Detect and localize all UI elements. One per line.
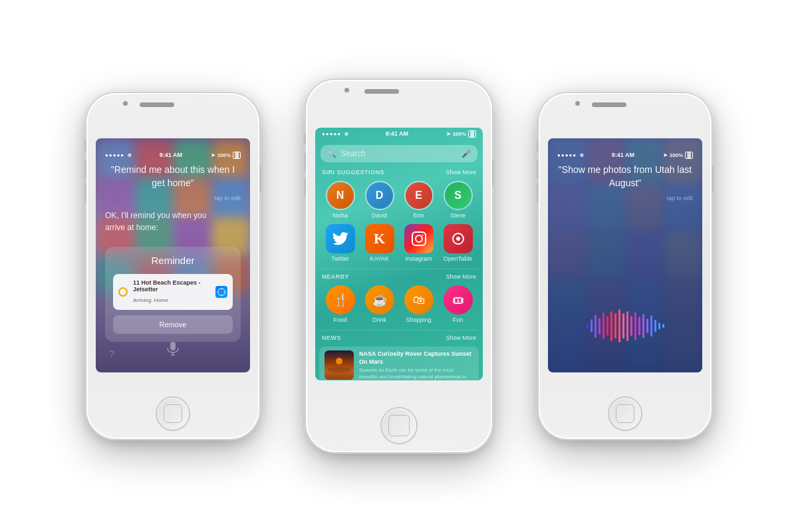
volume-up-button xyxy=(84,160,86,178)
svg-point-10 xyxy=(416,235,422,242)
search-icon-center: 🔍 xyxy=(327,150,336,158)
tap-edit-left: tap to edit xyxy=(105,195,241,201)
nearby-shopping[interactable]: 🛍 Shopping xyxy=(404,285,434,323)
app-twitter[interactable]: Twitter xyxy=(326,224,355,262)
camera-center xyxy=(344,88,349,92)
nearby-name-shopping: Shopping xyxy=(406,317,431,323)
contact-steve[interactable]: S Steve xyxy=(444,181,473,219)
app-opentable[interactable]: OpenTable xyxy=(444,224,473,262)
avatar-david: D xyxy=(365,181,394,210)
iphone-left: ●●●●● ⌾ 9:41 AM ➤ 100% ▓ "Remind me abou… xyxy=(86,93,259,439)
siri-left-content: ●●●●● ⌾ 9:41 AM ➤ 100% ▓ "Remind me abou… xyxy=(96,138,250,372)
drink-icon: ☕ xyxy=(365,285,394,315)
nearby-name-food: Food xyxy=(333,317,347,323)
contact-david[interactable]: D David xyxy=(365,181,394,219)
app-name-opentable: OpenTable xyxy=(444,255,473,262)
screen-center: ●●●●● ⌾ 9:41 AM ➤ 100% ▓ 🔍 Search 🎤 xyxy=(315,128,483,380)
app-name-instagram: Instagram xyxy=(405,255,432,262)
reminder-item-title: 11 Hot Beach Escapes - Jetsetter xyxy=(133,279,210,293)
nearby-title: NEARBY xyxy=(322,273,349,280)
contacts-row: N Nisha D David E Erin xyxy=(315,181,483,224)
signal-left: ●●●●● xyxy=(105,152,124,158)
battery-center: ▓ xyxy=(468,130,476,138)
signal-center: ●●●●● xyxy=(322,131,341,137)
battery-pct-center: 100% xyxy=(453,131,466,137)
power-button xyxy=(259,166,261,192)
contact-nisha[interactable]: N Nisha xyxy=(326,181,355,219)
svg-rect-6 xyxy=(170,342,176,350)
siri-waveform-right xyxy=(548,306,702,346)
news-item-1[interactable]: NASA Curiosity Rover Captures Sunset On … xyxy=(319,346,479,380)
question-mark-left: ? xyxy=(109,348,114,359)
suggestions-header: SIRI SUGGESTIONS Show More xyxy=(315,166,483,178)
silent-switch xyxy=(84,140,86,152)
home-button-left[interactable] xyxy=(157,398,189,430)
location-left: ➤ xyxy=(211,152,215,158)
reminder-item: 11 Hot Beach Escapes - Jetsetter Arrivin… xyxy=(113,274,233,310)
app-instagram[interactable]: Instagram xyxy=(404,224,434,262)
home-button-right[interactable] xyxy=(609,398,641,430)
kayak-icon: K xyxy=(365,224,394,253)
nearby-show-more[interactable]: Show More xyxy=(446,273,476,280)
vol-down-center xyxy=(304,178,306,197)
time-center: 9:41 AM xyxy=(386,130,408,137)
news-desc-1: Sunsets on Earth can be some of the most… xyxy=(359,367,473,380)
divider-2 xyxy=(321,330,477,331)
news-title-1: NASA Curiosity Rover Captures Sunset On … xyxy=(359,350,473,366)
contact-erin[interactable]: E Erin xyxy=(404,181,434,219)
reminder-text: 11 Hot Beach Escapes - Jetsetter Arrivin… xyxy=(133,279,210,305)
volume-down-button xyxy=(84,184,86,202)
apps-row: Twitter K KAYAK Instagram xyxy=(315,224,483,267)
home-button-center[interactable] xyxy=(382,408,416,443)
svg-rect-14 xyxy=(325,350,354,380)
news-show-more[interactable]: Show More xyxy=(446,334,476,341)
instagram-icon xyxy=(404,224,434,253)
contact-name-erin: Erin xyxy=(413,212,424,219)
svg-point-13 xyxy=(456,237,460,241)
app-kayak[interactable]: K KAYAK xyxy=(365,224,394,262)
contact-name-steve: Steve xyxy=(450,212,466,219)
vol-up-right xyxy=(537,160,539,178)
app-name-kayak: KAYAK xyxy=(370,255,389,262)
search-text-center: Search xyxy=(340,149,458,158)
avatar-nisha: N xyxy=(326,181,355,210)
screen-right-content: ●●●●● ⌾ 9:41 AM ➤ 100% ▓ "Show me photos… xyxy=(548,138,702,372)
iphone-right: ●●●●● ⌾ 9:41 AM ➤ 100% ▓ "Show me photos… xyxy=(539,93,712,439)
suggestions-title: SIRI SUGGESTIONS xyxy=(322,169,384,176)
food-icon: 🍴 xyxy=(326,285,355,315)
contact-name-nisha: Nisha xyxy=(332,212,348,219)
screen-right: ●●●●● ⌾ 9:41 AM ➤ 100% ▓ "Show me photos… xyxy=(548,138,702,372)
home-button-inner-center xyxy=(388,415,409,436)
avatar-inner-steve: S xyxy=(445,182,471,209)
reminder-item-subtitle: Arriving: Home xyxy=(133,297,168,303)
remove-button[interactable]: Remove xyxy=(113,315,233,334)
svg-rect-9 xyxy=(412,232,426,245)
news-content-1: NASA Curiosity Rover Captures Sunset On … xyxy=(359,350,473,380)
avatar-erin: E xyxy=(404,181,434,210)
siri-quote-left: "Remind me about this when I get home" xyxy=(105,164,241,190)
battery-pct-left: 100% xyxy=(217,152,231,158)
wifi-right: ⌾ xyxy=(580,152,583,158)
nearby-drink[interactable]: ☕ Drink xyxy=(365,285,394,323)
speaker-right xyxy=(592,102,626,107)
nearby-fun[interactable]: 🎟 Fun xyxy=(444,285,473,323)
wifi-left: ⌾ xyxy=(128,152,131,158)
iphone-top-bar-left xyxy=(86,93,259,114)
contact-name-david: David xyxy=(372,212,387,219)
tap-edit-right: tap to edit xyxy=(557,195,693,201)
battery-right: ▓ xyxy=(685,152,693,159)
search-bar[interactable]: 🔍 Search 🎤 xyxy=(321,145,477,162)
nearby-food[interactable]: 🍴 Food xyxy=(326,285,355,323)
mic-icon-center: 🎤 xyxy=(462,150,471,158)
news-thumb-1 xyxy=(325,350,354,380)
siri-response-left: OK, I'll remind you when you arrive at h… xyxy=(105,209,241,233)
twitter-icon xyxy=(326,224,355,253)
svg-point-11 xyxy=(422,235,423,236)
suggestions-show-more[interactable]: Show More xyxy=(446,169,476,176)
phones-container: ●●●●● ⌾ 9:41 AM ➤ 100% ▓ "Remind me abou… xyxy=(33,13,765,519)
screen-left: ●●●●● ⌾ 9:41 AM ➤ 100% ▓ "Remind me abou… xyxy=(96,138,250,372)
time-right: 9:41 AM xyxy=(612,152,634,158)
news-title: NEWS xyxy=(322,334,341,341)
avatar-inner-nisha: N xyxy=(327,182,354,209)
status-bar-center: ●●●●● ⌾ 9:41 AM ➤ 100% ▓ xyxy=(315,128,483,140)
